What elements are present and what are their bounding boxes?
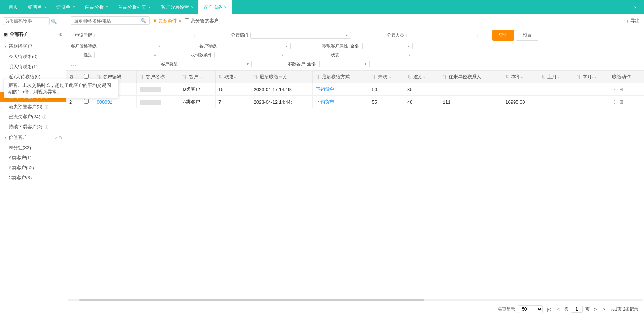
settings-button[interactable]: 设置: [516, 30, 538, 41]
row1-grid-icon[interactable]: ⊞: [619, 86, 624, 92]
filter-phone-input[interactable]: [94, 34, 195, 37]
sort-name-icon[interactable]: ⇅: [140, 74, 144, 79]
sort-overdue-icon[interactable]: ⇅: [407, 74, 411, 79]
row1-overdue: 35: [404, 83, 440, 96]
sidebar-item-tomorrow-contact[interactable]: 明天待联络(1): [0, 62, 66, 72]
nav-tab-customer-contact[interactable]: 客户联络 ×: [198, 0, 231, 14]
sort-lastmonth-icon[interactable]: ⇅: [541, 74, 545, 79]
manager-dots-icon[interactable]: …: [480, 33, 485, 38]
edit-group-icon[interactable]: ✎: [59, 135, 62, 140]
filter-payment-select[interactable]: ▾: [214, 52, 286, 58]
row2-actions: ⋮ ⊞: [609, 96, 644, 108]
nav-tab-customer-segment-close[interactable]: ×: [191, 5, 193, 9]
filter-customer-grade: 客户等级 ▾: [195, 43, 291, 49]
all-customers-title[interactable]: ⊞ 全部客户 ≪: [0, 28, 66, 41]
horizontal-scrollbar[interactable]: [66, 297, 644, 302]
nav-tab-analysis-list[interactable]: 商品分析列表 ×: [113, 0, 156, 14]
row1-contact-count: 15: [215, 83, 251, 96]
row2-grid-icon[interactable]: ⊞: [619, 99, 624, 105]
per-page-select[interactable]: 50 100 200: [518, 305, 543, 313]
customer-type-arrow-icon: ▾: [247, 62, 249, 66]
pagination-bar: 每页显示 50 100 200 |< < 第 页 > >| 共1页 2条记录: [66, 302, 644, 316]
pending-contact-group[interactable]: ▼ 待联络客户: [0, 41, 66, 52]
export-label: 导出: [630, 18, 640, 24]
nav-tab-home[interactable]: 首页: [4, 0, 23, 14]
sidebar-search-icon[interactable]: 🔍: [51, 19, 57, 24]
nav-tab-customer-contact-close[interactable]: ×: [224, 5, 226, 9]
filter-customer-type-select[interactable]: ▾: [180, 61, 252, 67]
sort-contacts-icon[interactable]: ⇅: [443, 74, 447, 79]
more-dots-btn[interactable]: …: [71, 61, 77, 67]
nav-tab-purchase[interactable]: 进货单 ×: [51, 0, 80, 14]
my-customer-checkbox-wrap[interactable]: 我分管的客户: [185, 18, 219, 24]
grid-icon: ⊞: [4, 32, 8, 37]
select-all-checkbox[interactable]: [84, 74, 89, 79]
nav-tab-sales[interactable]: 销售单 ×: [23, 0, 51, 14]
row2-checkbox[interactable]: [84, 99, 89, 104]
sort-year-icon[interactable]: ⇅: [505, 74, 509, 79]
sort-uncontacted-icon[interactable]: ⇅: [372, 74, 376, 79]
sidebar-item-today-contact[interactable]: 今天待联络(0): [0, 52, 66, 62]
filter-customer-grade-select[interactable]: ▾: [219, 43, 291, 49]
filter-gender-label: 性别: [71, 52, 92, 58]
sidebar-item-a-class[interactable]: A类客户(1): [0, 153, 66, 163]
search-button[interactable]: 查询: [492, 30, 514, 41]
scrollbar-thumb[interactable]: [79, 299, 424, 301]
next-page-btn[interactable]: >: [593, 306, 598, 313]
row1-link-icon[interactable]: ⋮: [612, 86, 617, 92]
filter-retail-attr-select[interactable]: ▾: [362, 43, 413, 49]
first-page-btn[interactable]: |<: [546, 306, 552, 313]
nav-tab-sales-label: 销售单: [28, 4, 42, 10]
total-pages-label: 页: [585, 306, 590, 312]
filter-price-grade-select[interactable]: ▾: [99, 43, 163, 49]
export-button[interactable]: ↑ 导出: [627, 18, 640, 24]
my-customer-checkbox[interactable]: [185, 18, 189, 23]
sidebar-item-churned[interactable]: 已流失客户(24) ⓘ: [0, 112, 66, 122]
sidebar-item-churn-warning[interactable]: 流失预警客户(3) ⓘ: [0, 102, 66, 112]
close-all-tabs[interactable]: ×: [630, 4, 640, 10]
nav-tab-analysis-close[interactable]: ×: [106, 5, 108, 9]
last-page-btn[interactable]: >|: [601, 306, 608, 313]
filter-more-dots-wrap: …: [71, 61, 143, 67]
nav-tab-analysis[interactable]: 商品分析 ×: [80, 0, 113, 14]
prev-page-btn[interactable]: <: [555, 306, 561, 313]
nav-tab-analysis-list-close[interactable]: ×: [148, 5, 150, 9]
filter-retail-customer-value: 全部: [307, 61, 316, 67]
nav-tab-purchase-close[interactable]: ×: [73, 5, 75, 9]
sidebar-item-b-class[interactable]: B类客户(33): [0, 163, 66, 173]
filter-manager-input[interactable]: [406, 34, 478, 37]
collapse-icon[interactable]: ≪: [58, 32, 62, 37]
sort-code-icon[interactable]: ⇅: [97, 74, 101, 79]
sidebar-item-unclassified[interactable]: 未分组(32): [0, 143, 66, 153]
main-search-input[interactable]: [74, 18, 140, 23]
row1-last-method[interactable]: 下销货单: [313, 83, 369, 96]
payment-arrow-icon: ▾: [281, 53, 283, 57]
sidebar: 🔍 ⊞ 全部客户 ≪ ▼ 待联络客户 今天待联络(0) 明天待联络(1) 近7天…: [0, 14, 66, 316]
row2-last-method[interactable]: 下销货单: [313, 96, 369, 108]
sort-date-icon[interactable]: ⇅: [254, 74, 258, 79]
sort-contact-icon[interactable]: ⇅: [218, 74, 222, 79]
page-number-input[interactable]: [571, 306, 583, 313]
sort-type-icon[interactable]: ⇅: [183, 74, 187, 79]
row1-action-buttons: ⋮ ⊞: [612, 86, 641, 92]
nav-tab-sales-close[interactable]: ×: [44, 5, 46, 9]
row2-link-icon[interactable]: ⋮: [612, 99, 617, 105]
filter-gender-select[interactable]: ▾: [94, 52, 159, 58]
sidebar-item-declining[interactable]: 持续下滑客户(2) ⓘ: [0, 122, 66, 132]
main-search-icon[interactable]: 🔍: [140, 18, 146, 23]
col-uncontacted: ⇅ 未联...: [369, 71, 404, 83]
nav-tab-customer-segment[interactable]: 客户分层经营 ×: [156, 0, 198, 14]
sidebar-search-input[interactable]: [3, 17, 50, 25]
filter-retail-attr: 零散客户属性 全部 ▾: [322, 43, 413, 49]
sort-thismonth-icon[interactable]: ⇅: [577, 74, 581, 79]
sort-method-icon[interactable]: ⇅: [316, 74, 320, 79]
filter-dept-select[interactable]: ▾: [250, 32, 351, 39]
value-customer-group[interactable]: ▼ 价值客户 ○ ✎: [0, 132, 66, 143]
more-filter-button[interactable]: ▼ 更多条件 ∧: [153, 18, 182, 24]
row2-name-masked: [140, 100, 161, 105]
nav-tab-purchase-label: 进货单: [56, 4, 70, 10]
filter-status-select[interactable]: ▾: [342, 52, 413, 58]
filter-retail-customer-select[interactable]: ▾: [319, 61, 370, 67]
add-group-icon[interactable]: ○: [54, 135, 57, 140]
sidebar-item-c-class[interactable]: C类客户(6): [0, 173, 66, 183]
